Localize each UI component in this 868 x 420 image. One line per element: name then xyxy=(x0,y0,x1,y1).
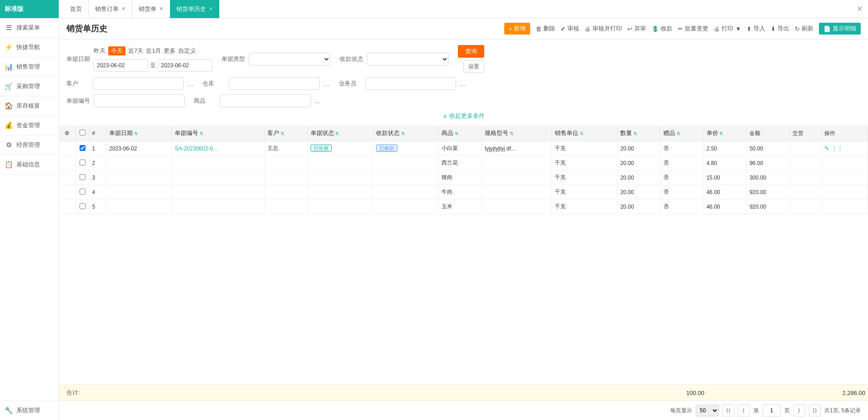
collect-icon: 💲 xyxy=(652,25,659,32)
td-doc-no[interactable] xyxy=(172,170,265,185)
th-doc-no[interactable]: 单据编号 ⇅ xyxy=(172,125,265,141)
sidebar-item-inventory[interactable]: 🏠 库存核算 xyxy=(0,96,59,116)
current-page-input[interactable] xyxy=(763,405,781,416)
product-dots[interactable]: ... xyxy=(315,97,321,105)
more-operation-btn[interactable]: ⋮⋮ xyxy=(831,145,843,152)
doc-no-input[interactable] xyxy=(94,95,185,107)
tab-sales-order[interactable]: 销售订单 ✕ xyxy=(89,0,132,18)
product-input[interactable] xyxy=(220,95,311,107)
th-qty[interactable]: 数量 ⇅ xyxy=(617,125,661,141)
date-today[interactable]: 今天 xyxy=(108,46,125,55)
sort-doc-status-icon: ⇅ xyxy=(334,131,339,136)
tab-home[interactable]: 首页 xyxy=(64,0,89,18)
sidebar-item-quick-nav[interactable]: ⚡ 快捷导航 xyxy=(0,38,59,57)
setting-button[interactable]: 设置 xyxy=(463,60,484,73)
th-doc-status[interactable]: 单据状态 ⇅ xyxy=(307,125,373,141)
payment-status-select[interactable] xyxy=(367,53,449,65)
date-1month[interactable]: 近1月 xyxy=(146,47,161,55)
date-to-input[interactable] xyxy=(158,59,212,72)
td-checkbox xyxy=(75,141,89,156)
salesperson-dots[interactable]: ... xyxy=(460,80,466,88)
print-button[interactable]: 🖨 打印 ▼ xyxy=(714,25,741,33)
filter-row-1: 单据日期 昨天 今天 近7天 近1月 更多 自定义 至 xyxy=(66,45,861,73)
tab-sales-delivery[interactable]: 销货单 ✕ xyxy=(132,0,170,18)
import-button[interactable]: ⬆ 导入 xyxy=(747,25,765,33)
last-page-button[interactable]: ⟩⟩ xyxy=(809,405,821,416)
td-doc-no[interactable] xyxy=(172,200,265,214)
th-unit-price[interactable]: 单价 ⇅ xyxy=(703,125,747,141)
row-checkbox[interactable] xyxy=(80,160,85,165)
td-row-no: 4 xyxy=(89,185,106,200)
th-spec[interactable]: 规格型号 ⇅ xyxy=(482,125,552,141)
export-button[interactable]: ⬇ 导出 xyxy=(771,25,789,33)
row-checkbox[interactable] xyxy=(80,189,85,195)
th-gift[interactable]: 赠品 ⇅ xyxy=(660,125,703,141)
collapse-button[interactable]: ∧ 收起更多条件 xyxy=(66,112,861,120)
th-sales-unit[interactable]: 销售单位 ⇅ xyxy=(552,125,617,141)
refresh-button[interactable]: ↻ 刷新 xyxy=(795,25,813,33)
collect-button[interactable]: 💲 收款 xyxy=(652,25,672,33)
batch-change-button[interactable]: ✏ 批量变更 xyxy=(678,25,708,33)
doc-type-label: 单据类型 xyxy=(221,55,245,63)
audit-print-button[interactable]: 🖨 审核并打印 xyxy=(585,25,622,33)
th-product[interactable]: 商品 ⇅ xyxy=(439,125,482,141)
td-spec xyxy=(482,185,552,200)
per-page-select[interactable]: 50 100 200 xyxy=(696,405,719,416)
th-doc-date[interactable]: 单据日期 ⇅ xyxy=(106,125,171,141)
sidebar-item-basic-info[interactable]: 📋 基础信息 xyxy=(0,155,59,175)
row-checkbox[interactable] xyxy=(80,174,85,180)
edit-operation-btn[interactable]: ✎ xyxy=(824,145,829,152)
tab-home-label: 首页 xyxy=(70,5,82,13)
tab-sales-delivery-history[interactable]: 销货单历史 ✕ xyxy=(170,0,220,18)
doc-type-select[interactable] xyxy=(249,53,331,65)
show-detail-button[interactable]: 📄 显示明细 xyxy=(819,23,861,35)
row-checkbox[interactable] xyxy=(80,203,85,209)
td-gift: 否 xyxy=(660,141,703,156)
tab-sales-order-label: 销售订单 xyxy=(95,5,119,13)
td-operation xyxy=(822,156,868,170)
collapse-icon: ∧ xyxy=(443,113,447,120)
th-payment-status[interactable]: 收款状态 ⇅ xyxy=(373,125,438,141)
sidebar-item-operation-mgmt[interactable]: ⚙ 经营管理 xyxy=(0,135,59,155)
audit-button[interactable]: ✔ 审核 xyxy=(561,25,579,33)
date-from-input[interactable] xyxy=(94,59,148,72)
td-product: 玉米 xyxy=(439,200,482,214)
td-doc-no[interactable]: SA-20230602-0... xyxy=(172,141,265,156)
warehouse-input[interactable] xyxy=(229,77,320,90)
td-doc-no[interactable] xyxy=(172,156,265,170)
customer-input[interactable] xyxy=(93,77,184,90)
date-more[interactable]: 更多 xyxy=(164,47,176,55)
th-settings[interactable]: ⚙ xyxy=(59,125,75,141)
tab-sales-order-close[interactable]: ✕ xyxy=(121,6,125,12)
query-button[interactable]: 查询 xyxy=(458,45,484,58)
tab-sales-delivery-close[interactable]: ✕ xyxy=(159,6,163,12)
delete-button[interactable]: 🗑 删除 xyxy=(536,25,555,33)
window-close-button[interactable]: ✕ xyxy=(851,0,868,18)
tab-sales-delivery-history-close[interactable]: ✕ xyxy=(209,6,213,12)
next-page-button[interactable]: ⟩ xyxy=(793,405,805,416)
th-checkbox xyxy=(75,125,89,141)
date-custom[interactable]: 自定义 xyxy=(178,47,196,55)
date-7days[interactable]: 近7天 xyxy=(128,47,143,55)
sidebar-item-search-menu[interactable]: ☰ 搜索菜单 xyxy=(0,18,59,38)
abandon-button[interactable]: ↩ 弃审 xyxy=(627,25,646,33)
td-spec xyxy=(482,200,552,214)
row-checkbox[interactable] xyxy=(80,145,85,151)
sidebar-item-sales-mgmt[interactable]: 📊 销售管理 xyxy=(0,57,59,77)
sidebar-item-purchase-mgmt[interactable]: 🛒 采购管理 xyxy=(0,77,59,96)
salesperson-input[interactable] xyxy=(365,77,456,90)
select-all-checkbox[interactable] xyxy=(80,130,85,135)
customer-dots[interactable]: ... xyxy=(187,80,193,88)
warehouse-filter: 仓库 ... xyxy=(202,77,329,90)
td-doc-no[interactable] xyxy=(172,185,265,200)
add-button[interactable]: + 新增 xyxy=(504,23,531,35)
warehouse-dots[interactable]: ... xyxy=(323,80,329,88)
sidebar-item-system-mgmt[interactable]: 🔧 系统管理 xyxy=(0,401,59,420)
date-yesterday[interactable]: 昨天 xyxy=(94,47,105,55)
td-settings xyxy=(59,170,75,185)
th-customer[interactable]: 客户 ⇅ xyxy=(264,125,307,141)
first-page-button[interactable]: ⟨⟨ xyxy=(722,405,734,416)
sidebar-item-finance-mgmt[interactable]: 💰 资金管理 xyxy=(0,116,59,135)
prev-page-button[interactable]: ⟨ xyxy=(738,405,750,416)
td-operation: ✎ ⋮⋮ xyxy=(822,141,868,156)
